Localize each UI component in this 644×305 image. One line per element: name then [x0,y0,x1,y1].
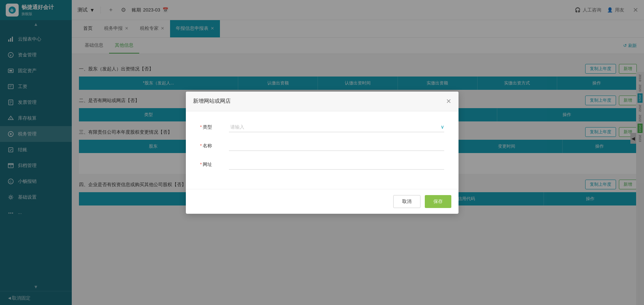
form-input-wrap-url [229,160,444,170]
form-input-wrap-name [229,141,444,151]
form-label-name: *名称 [200,143,229,149]
form-field-url: *网址 [200,160,444,170]
modal-add-website: 新增网站或网店 ✕ *类型 ∨ *名称 [186,92,459,214]
url-input[interactable] [229,160,444,169]
modal-title: 新增网站或网店 [193,98,231,105]
modal-header: 新增网站或网店 ✕ [186,92,459,111]
modal-cancel-button[interactable]: 取消 [393,195,420,208]
form-input-wrap-type: ∨ [229,122,444,132]
type-dropdown-icon[interactable]: ∨ [441,124,444,130]
modal-footer: 取消 保存 [186,189,459,214]
modal-body: *类型 ∨ *名称 *网址 [186,111,459,189]
form-field-type: *类型 ∨ [200,122,444,132]
form-field-name: *名称 [200,141,444,151]
type-input[interactable] [229,122,441,132]
name-input[interactable] [229,141,444,151]
modal-close-button[interactable]: ✕ [446,97,451,105]
form-label-type: *类型 [200,124,229,130]
modal-overlay: 新增网站或网店 ✕ *类型 ∨ *名称 [0,0,644,305]
form-label-url: *网址 [200,161,229,168]
modal-save-button[interactable]: 保存 [425,195,451,208]
